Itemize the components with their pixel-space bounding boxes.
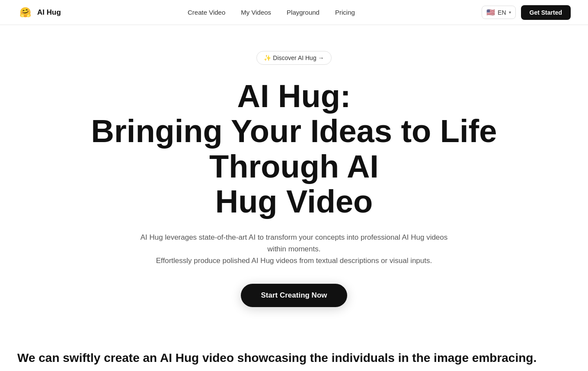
navbar-actions: 🇺🇸 EN ▾ Get Started	[482, 5, 571, 20]
navbar-links: Create Video My Videos Playground Pricin…	[188, 9, 355, 16]
chevron-down-icon: ▾	[509, 10, 511, 15]
logo-emoji: 🤗	[19, 7, 31, 18]
brand-name: AI Hug	[37, 8, 61, 17]
discover-badge[interactable]: ✨ Discover AI Hug →	[256, 51, 331, 65]
nav-create-video[interactable]: Create Video	[188, 9, 225, 16]
get-started-button[interactable]: Get Started	[521, 5, 571, 20]
language-code: EN	[498, 9, 506, 16]
hero-subtitle-line1: AI Hug leverages state-of-the-art AI to …	[141, 233, 448, 253]
hero-subtitle: AI Hug leverages state-of-the-art AI to …	[138, 231, 450, 267]
brand-logo: 🤗	[17, 5, 33, 20]
language-selector[interactable]: 🇺🇸 EN ▾	[482, 6, 515, 19]
start-creating-button[interactable]: Start Creating Now	[241, 284, 347, 307]
hero-subtitle-line2: Effortlessly produce polished AI Hug vid…	[156, 257, 432, 265]
hero-title-line3: Hug Video	[215, 184, 373, 219]
hero-title-line2: Bringing Your Ideas to Life Through AI	[91, 113, 497, 184]
navbar-brand: 🤗 AI Hug	[17, 5, 61, 20]
showcase-section: We can swiftly create an AI Hug video sh…	[0, 350, 588, 371]
hero-section: ✨ Discover AI Hug → AI Hug: Bringing You…	[0, 25, 588, 350]
showcase-title: We can swiftly create an AI Hug video sh…	[17, 350, 571, 366]
navbar: 🤗 AI Hug Create Video My Videos Playgrou…	[0, 0, 588, 25]
nav-my-videos[interactable]: My Videos	[241, 9, 271, 16]
nav-pricing[interactable]: Pricing	[335, 9, 355, 16]
hero-title-line1: AI Hug:	[237, 78, 351, 114]
nav-playground[interactable]: Playground	[287, 9, 320, 16]
flag-icon: 🇺🇸	[486, 8, 495, 16]
hero-title: AI Hug: Bringing Your Ideas to Life Thro…	[35, 79, 553, 219]
